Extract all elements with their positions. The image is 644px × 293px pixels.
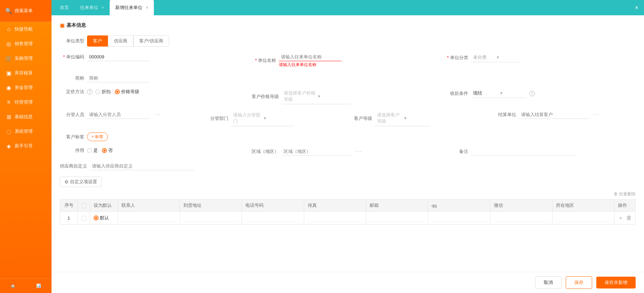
row-region[interactable] [552, 212, 614, 225]
customer-price-placeholder: 请选择客户价格等级 [284, 90, 316, 103]
save-and-new-button[interactable]: 保存并新增 [596, 277, 636, 288]
sidebar-item-quick-nav[interactable]: ⌂ 快捷导航 [0, 22, 52, 36]
select-all-checkbox[interactable] [81, 203, 86, 208]
contact-input[interactable] [121, 214, 176, 222]
manager-input[interactable] [87, 111, 150, 119]
chevron-down-icon: ▼ [317, 94, 349, 98]
add-row-button[interactable]: ＋ [618, 214, 623, 222]
pricing-radio-group: 折扣 价格等级 [95, 89, 139, 95]
qq-input[interactable] [432, 214, 486, 222]
default-label: 默认 [100, 215, 109, 221]
disabled-yes[interactable]: 是 [87, 147, 98, 154]
disabled-no[interactable]: 否 [102, 147, 113, 154]
add-tag-button[interactable]: + 标签 [87, 132, 108, 141]
sidebar-item-purchase[interactable]: 🛒 采购管理 [0, 51, 52, 66]
batch-delete-label[interactable]: 批量删除 [619, 192, 636, 196]
default-radio[interactable] [94, 215, 99, 220]
email-input[interactable] [370, 214, 424, 222]
discount-radio[interactable] [95, 89, 100, 94]
row-checkbox[interactable] [81, 216, 86, 221]
sidebar-item-basics[interactable]: ⊞ 基础信息 [0, 109, 52, 124]
tab-partners-label: 往来单位 [80, 5, 98, 11]
custom-settings-button[interactable]: ⚙ 自定义项设置 [60, 177, 102, 187]
type-btn-supplier[interactable]: 供应商 [108, 35, 133, 47]
col-contact: 联系人 [118, 200, 180, 212]
payment-terms-select[interactable]: 现结 ▼ [471, 89, 527, 98]
default-radio-item[interactable]: 默认 [94, 215, 114, 221]
manager-row: 分管人员 ··· 分管部门 请输入分管部门 ▼ 客户等级 请选择客户等级 ▼ 结… [60, 111, 636, 126]
customer-level-select[interactable]: 请选择客户等级 ▼ [375, 111, 431, 126]
pricing-level[interactable]: 价格等级 [115, 89, 139, 95]
row-contact[interactable] [118, 212, 180, 225]
tab-partners[interactable]: 往来单位 × [74, 0, 110, 15]
sidebar-item-system[interactable]: ◌ 系统管理 [0, 124, 52, 139]
region-more-icon[interactable]: ··· [354, 148, 363, 155]
alias-label: 简称 [60, 75, 84, 81]
pricing-discount[interactable]: 折扣 [95, 89, 111, 95]
tab-new-partner[interactable]: 新增往来单位 × [110, 0, 154, 15]
sidebar-item-sales[interactable]: ◎ 销售管理 [0, 36, 52, 51]
region-input2[interactable] [556, 214, 611, 222]
alias-input[interactable] [87, 74, 150, 82]
section-title-text: 基本信息 [66, 22, 86, 29]
no-radio[interactable] [102, 148, 107, 153]
unit-info-row: 单位编码 单位名称 请输入往来单位名称 单位分类 未分类 ▼ [60, 53, 636, 68]
row-email[interactable] [366, 212, 428, 225]
address-input[interactable] [183, 214, 238, 222]
row-address[interactable] [180, 212, 242, 225]
sidebar-home-btn[interactable]: 🏠 [0, 282, 26, 290]
tab-new-partner-label: 新增往来单位 [115, 5, 142, 11]
phone-input[interactable] [245, 214, 300, 222]
department-select[interactable]: 请输入分管部门 ▼ [231, 111, 294, 126]
settlement-group: 结算单位 ··· [492, 111, 636, 119]
row-fax[interactable] [304, 212, 366, 225]
sidebar-nav: ⌂ 快捷导航 ◎ 销售管理 🛒 采购管理 ▣ 库存核算 ◉ 资金管理 ≡ 经营管… [0, 22, 52, 153]
delete-row-button[interactable]: 🗑 [626, 215, 632, 221]
payment-help-icon[interactable]: ? [529, 91, 535, 96]
tab-new-partner-close[interactable]: × [146, 5, 148, 10]
yes-radio[interactable] [87, 148, 92, 153]
sidebar-search[interactable]: 🔍 搜索菜单 [0, 0, 52, 22]
settlement-more-icon[interactable]: ··· [591, 112, 601, 118]
type-btn-customer[interactable]: 客户 [87, 35, 108, 47]
unit-category-select[interactable]: 未分类 ▼ [471, 53, 520, 62]
tab-partners-close[interactable]: × [102, 5, 104, 10]
wechat-input[interactable] [494, 214, 549, 222]
customer-price-select[interactable]: 请选择客户价格等级 ▼ [282, 89, 351, 104]
sidebar-item-guide[interactable]: ◈ 新手引导 [0, 139, 52, 153]
unit-code-input[interactable] [87, 53, 150, 61]
row-phone[interactable] [242, 212, 304, 225]
sidebar-item-operations[interactable]: ≡ 经营管理 [0, 95, 52, 109]
tab-home[interactable]: 首页 [54, 0, 74, 15]
price-level-radio[interactable] [115, 89, 120, 94]
sidebar-expand-btn[interactable]: 📊 [26, 282, 52, 290]
settlement-input[interactable] [519, 111, 589, 119]
custom-settings-label: 自定义项设置 [70, 179, 97, 185]
unit-name-input[interactable] [279, 53, 341, 61]
cancel-button[interactable]: 取消 [535, 276, 561, 289]
type-btn-both[interactable]: 客户/供应商 [133, 35, 169, 47]
contact-table: 序号 设为默认 联系人 到货地址 电话号码 传真 邮箱 qq 微信 所在地区 操… [60, 199, 636, 225]
sidebar-item-label: 资金管理 [15, 84, 33, 91]
chevron-down-icon: ▼ [403, 116, 429, 120]
unit-type-row: 单位类型 客户 供应商 客户/供应商 [60, 35, 636, 47]
row-default: 默认 [90, 212, 118, 225]
department-label: 分管部门 [204, 115, 228, 122]
sidebar-item-inventory[interactable]: ▣ 库存核算 [0, 66, 52, 80]
manager-more-icon[interactable]: ··· [152, 112, 162, 118]
row-action-group: ＋ 🗑 [618, 214, 632, 222]
remarks-input[interactable] [471, 147, 575, 156]
supplier-custom-input[interactable] [90, 162, 194, 170]
tab-home-label: 首页 [60, 5, 69, 11]
row-wechat[interactable] [490, 212, 552, 225]
col-phone: 电话号码 [242, 200, 304, 212]
sidebar-item-label: 采购管理 [15, 55, 33, 62]
pricing-help-icon[interactable]: ? [87, 89, 93, 95]
close-all-button[interactable]: × [632, 4, 641, 11]
region-input[interactable] [282, 147, 351, 156]
fax-input[interactable] [308, 214, 362, 222]
unit-type-label: 单位类型 [60, 38, 84, 44]
row-qq[interactable] [428, 212, 490, 225]
sidebar-item-finance[interactable]: ◉ 资金管理 [0, 80, 52, 95]
save-button[interactable]: 保存 [566, 276, 592, 289]
